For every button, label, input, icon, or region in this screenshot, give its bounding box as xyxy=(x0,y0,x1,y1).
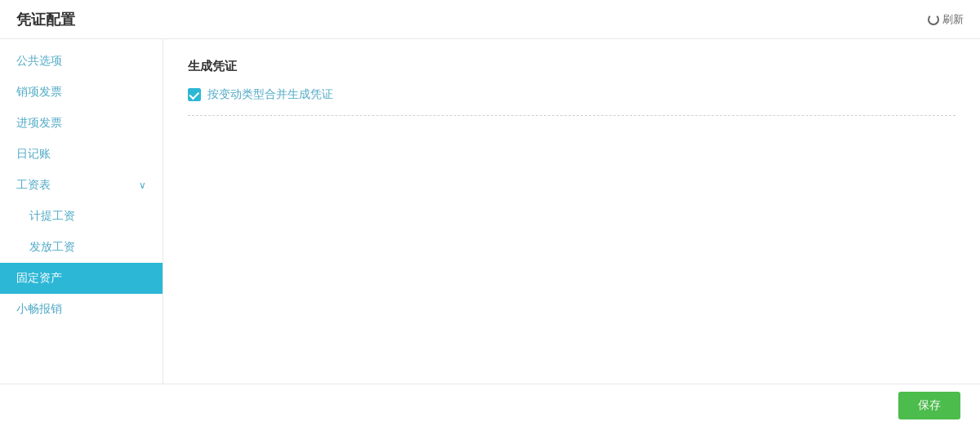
content-area: 生成凭证 按变动类型合并生成凭证 xyxy=(163,39,980,384)
sidebar-item-payroll-table[interactable]: 工资表∨ xyxy=(0,170,163,201)
sidebar-item-payroll-calc[interactable]: 计提工资 xyxy=(0,201,163,232)
footer: 保存 xyxy=(0,384,980,426)
sidebar-item-label: 固定资产 xyxy=(16,271,62,286)
refresh-label: 刷新 xyxy=(942,12,964,27)
sidebar-item-purchase-invoice[interactable]: 进项发票 xyxy=(0,108,163,139)
section-divider xyxy=(188,115,956,116)
main-layout: 公共选项销项发票进项发票日记账工资表∨计提工资发放工资固定资产小畅报销 生成凭证… xyxy=(0,39,980,384)
sidebar-item-label: 销项发票 xyxy=(16,85,62,100)
sidebar-item-fixed-assets[interactable]: 固定资产 xyxy=(0,263,163,294)
sidebar-item-label: 公共选项 xyxy=(16,54,62,69)
sidebar-item-label: 工资表 xyxy=(16,178,51,193)
page-title: 凭证配置 xyxy=(16,10,75,29)
sidebar-item-label: 计提工资 xyxy=(29,209,75,224)
sidebar: 公共选项销项发票进项发票日记账工资表∨计提工资发放工资固定资产小畅报销 xyxy=(0,39,163,384)
sidebar-item-journal[interactable]: 日记账 xyxy=(0,139,163,170)
sidebar-item-label: 进项发票 xyxy=(16,116,62,131)
merge-by-type-label: 按变动类型合并生成凭证 xyxy=(207,87,333,102)
save-button[interactable]: 保存 xyxy=(898,392,960,419)
sidebar-item-label: 小畅报销 xyxy=(16,302,62,317)
sidebar-item-expense-reimb[interactable]: 小畅报销 xyxy=(0,294,163,325)
refresh-icon xyxy=(928,14,939,25)
sidebar-item-label: 发放工资 xyxy=(29,240,75,255)
refresh-button[interactable]: 刷新 xyxy=(928,12,964,27)
sidebar-item-public-options[interactable]: 公共选项 xyxy=(0,46,163,77)
merge-by-type-checkbox[interactable] xyxy=(188,88,201,101)
header: 凭证配置 刷新 xyxy=(0,0,980,39)
sidebar-item-sales-invoice[interactable]: 销项发票 xyxy=(0,77,163,108)
chevron-down-icon: ∨ xyxy=(139,180,146,191)
merge-by-type-row: 按变动类型合并生成凭证 xyxy=(188,87,956,102)
sidebar-item-label: 日记账 xyxy=(16,147,51,162)
section-title: 生成凭证 xyxy=(188,59,956,74)
sidebar-item-payroll-issue[interactable]: 发放工资 xyxy=(0,232,163,263)
